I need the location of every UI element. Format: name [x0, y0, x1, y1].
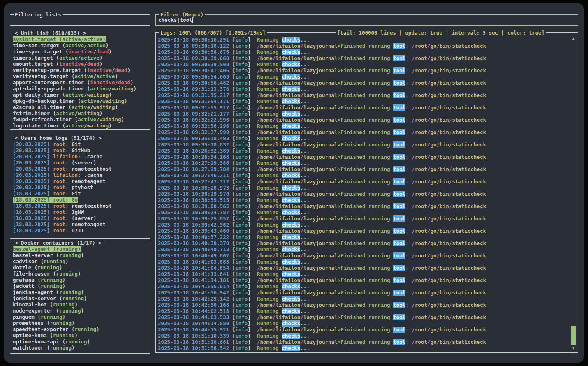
users-home-log-item[interactable]: [20.03.2025] root: GitHub [13, 147, 148, 153]
scroll-up-icon[interactable]: ▲ [569, 37, 578, 41]
unit-list-item[interactable]: dpkg-db-backup.timer (active/waiting) [13, 98, 148, 104]
unit-list-item[interactable]: fwupd-refresh.timer (active/waiting) [13, 116, 148, 123]
docker-container-item[interactable]: beszel-agent (running) [13, 246, 148, 252]
log-row: 2025-03-18 09:30:54.668 [info] Running c… [158, 74, 567, 80]
log-row: 2025-03-18 10:27:46.211 [info] Running c… [158, 172, 567, 178]
docker-container-item[interactable]: pinguem (running) [13, 314, 148, 320]
logs-title: Logs: 100% (866/867) [1.891s/19ms] [159, 30, 267, 36]
log-row: 2025-03-18 09:30:56.482 [info] /home/lif… [158, 80, 567, 86]
unit-list-title: < Unit list (610/633) > [14, 30, 87, 36]
scrollbar-thumb[interactable] [571, 326, 576, 345]
users-home-log-item[interactable]: [20.03.2025] root: ptyhost [13, 184, 148, 190]
users-home-logs-list[interactable]: [20.03.2025] root: Git[20.03.2025] root:… [10, 138, 150, 234]
users-home-log-item[interactable]: [18.03.2025] root: Git [13, 190, 148, 197]
logs-viewport[interactable]: 2025-03-18 09:30:16.291 [info] Running c… [156, 33, 578, 351]
unit-list[interactable]: sysinit.target (active/active)time-set.t… [10, 33, 150, 129]
filter-regex-title: Filter (Regex) [159, 12, 205, 18]
docker-containers-list[interactable]: beszel-agent (running)beszel-server (run… [10, 243, 150, 351]
logs-tail-settings: [tail: 100000 lines | update: true | int… [336, 30, 546, 36]
unit-list-item[interactable]: veritysetup-pre.target (inactive/dead) [13, 67, 148, 73]
users-home-log-item[interactable]: [20.03.2025] root: remoteexthost [13, 166, 148, 172]
unit-list-item[interactable]: apport-autoreport.timer (inactive/dead) [13, 79, 148, 86]
log-row: 2025-03-18 10:41:14.181 [info] /home/lif… [158, 277, 567, 283]
log-row: 2025-03-18 10:41:13.841 [info] Running c… [158, 271, 567, 277]
log-row: 2025-03-18 10:26:34.168 [info] /home/lif… [158, 154, 567, 160]
log-row: 2025-03-18 10:38:28.973 [info] Running c… [158, 185, 567, 191]
docker-container-item[interactable]: beszel-server (running) [13, 252, 148, 258]
log-row: 2025-03-18 09:30:41.406 [info] /home/lif… [158, 67, 567, 74]
log-row: 2025-03-18 10:51:10.339 [info] Running c… [158, 333, 567, 339]
unit-list-item[interactable]: sysinit.target (active/active) [13, 36, 148, 42]
users-home-log-item[interactable]: [18.03.2025] root: remoteagent [13, 221, 148, 227]
filter-regex-panel: Filter (Regex) checks|tool [155, 14, 578, 26]
log-row: 2025-03-18 10:44:14.880 [info] Running c… [158, 320, 567, 327]
log-row: 2025-03-18 10:51:10.681 [info] /home/lif… [158, 339, 567, 345]
users-home-log-item[interactable]: [18.03.2025] root: (server) [13, 215, 148, 221]
users-home-log-item[interactable]: [20.03.2025] lifailon: .cache [13, 172, 148, 178]
unit-list-item[interactable]: time-sync.target (inactive/dead) [13, 49, 148, 55]
docker-container-item[interactable]: jenkins-agent (running) [13, 289, 148, 295]
unit-list-item[interactable]: timers.target (active/active) [13, 55, 148, 61]
users-home-log-item[interactable]: [18.03.2025] root: D7JT [13, 227, 148, 234]
unit-list-item[interactable]: apt-daily-upgrade.timer (active/waiting) [13, 86, 148, 92]
docker-container-item[interactable]: node-exporter (running) [13, 308, 148, 314]
users-home-logs-title: < Users home logs (51/174) > [14, 135, 103, 141]
filtering-lists-title: Filtering lists [14, 12, 63, 18]
log-row: 2025-03-18 10:41:03.883 [info] Running c… [158, 259, 567, 265]
filter-regex-value: checks|tool [158, 17, 192, 23]
unit-list-item[interactable]: e2scrub_all.timer (active/waiting) [13, 104, 148, 110]
unit-list-item[interactable]: apt-daily.timer (active/waiting) [13, 92, 148, 98]
log-row: 2025-03-18 10:39:42.362 [info] Running c… [158, 222, 567, 228]
logs-panel: Logs: 100% (866/867) [1.891s/19ms] [tail… [155, 32, 578, 353]
unit-list-item[interactable]: umount.target (inactive/dead) [13, 61, 148, 67]
docker-container-item[interactable]: file-browser (running) [13, 271, 148, 277]
filter-regex-input[interactable]: checks|tool [156, 15, 578, 23]
log-row: 2025-03-18 09:30:18.122 [info] /home/lif… [158, 43, 567, 49]
docker-container-item[interactable]: prometheus (running) [13, 320, 148, 326]
log-row: 2025-03-18 09:32:22.996 [info] /home/lif… [158, 117, 567, 123]
unit-list-item[interactable]: time-set.target (active/active) [13, 42, 148, 49]
unit-list-item[interactable]: veritysetup.target (active/active) [13, 73, 148, 79]
unit-list-item[interactable]: logrotate.timer (active/waiting) [13, 123, 148, 129]
docker-container-item[interactable]: cadvisor (running) [13, 258, 148, 264]
users-home-log-item[interactable]: [20.03.2025] lifailon: .cache [13, 153, 148, 160]
users-home-log-item[interactable]: [18.03.2025] root: remoteexthost [13, 203, 148, 209]
users-home-log-item[interactable]: [20.03.2025] root: (server) [13, 160, 148, 166]
log-row: 2025-03-18 09:32:36.298 [info] Running c… [158, 123, 567, 129]
log-row: 2025-03-18 10:39:25.857 [info] /home/lif… [158, 215, 567, 222]
log-row: 2025-03-18 09:30:39.060 [info] /home/lif… [158, 55, 567, 61]
docker-containers-title: < Docker containers (1/17) > [14, 240, 103, 246]
users-home-log-item[interactable]: [20.03.2025] root: Git [13, 141, 148, 147]
text-cursor [192, 17, 193, 23]
unit-list-panel: < Unit list (610/633) > sysinit.target (… [10, 33, 150, 130]
users-home-log-item[interactable]: [18.03.2025] root: 1gNW [13, 209, 148, 215]
log-row: 2025-03-18 10:41:04.854 [info] /home/lif… [158, 265, 567, 271]
users-home-log-item[interactable]: [18.03.2025] root: Go [13, 197, 148, 203]
log-row: 2025-03-18 09:30:36.676 [info] Running c… [158, 49, 567, 55]
log-row: 2025-03-18 10:51:36.542 [info] Running c… [158, 345, 567, 351]
docker-container-item[interactable]: speedtest-exporter (running) [13, 326, 148, 332]
log-row: 2025-03-18 09:31:15.217 [info] /home/lif… [158, 92, 567, 98]
log-row: 2025-03-18 10:42:30.168 [info] /home/lif… [158, 302, 567, 308]
log-row: 2025-03-18 09:31:13.378 [info] Running c… [158, 86, 567, 92]
docker-container-item[interactable]: jenkins-server (running) [13, 295, 148, 301]
log-row: 2025-03-18 10:39:00.565 [info] /home/lif… [158, 203, 567, 209]
scroll-down-icon[interactable]: ▼ [569, 346, 578, 350]
users-home-log-item[interactable]: [20.03.2025] root: remoteagent [13, 178, 148, 184]
docker-container-item[interactable]: uptime-kuma-api (running) [13, 338, 148, 345]
log-row: 2025-03-18 10:41:56.942 [info] /home/lif… [158, 290, 567, 296]
unit-list-item[interactable]: fstrim.timer (active/waiting) [13, 110, 148, 116]
docker-container-item[interactable]: grafana (running) [13, 277, 148, 283]
log-row: 2025-03-18 10:44:03.533 [info] /home/lif… [158, 314, 567, 320]
log-row: 2025-03-18 10:38:29.970 [info] /home/lif… [158, 191, 567, 197]
docker-container-item[interactable]: watchtower (running) [13, 345, 148, 351]
docker-container-item[interactable]: dozzle (running) [13, 264, 148, 271]
log-row: 2025-03-18 10:40:37.222 [info] Running c… [158, 234, 567, 240]
docker-container-item[interactable]: kinozal-bot (running) [13, 301, 148, 308]
log-row: 2025-03-18 09:35:18.493 [info] Running c… [158, 135, 567, 141]
logs-scrollbar[interactable]: ▲ ▼ [569, 33, 578, 352]
log-row: 2025-03-18 10:44:02.518 [info] Running c… [158, 308, 567, 314]
docker-container-item[interactable]: jackett (running) [13, 283, 148, 289]
log-row: 2025-03-18 10:27:29.386 [info] Running c… [158, 160, 567, 166]
docker-container-item[interactable]: uptime-kuma (running) [13, 332, 148, 338]
